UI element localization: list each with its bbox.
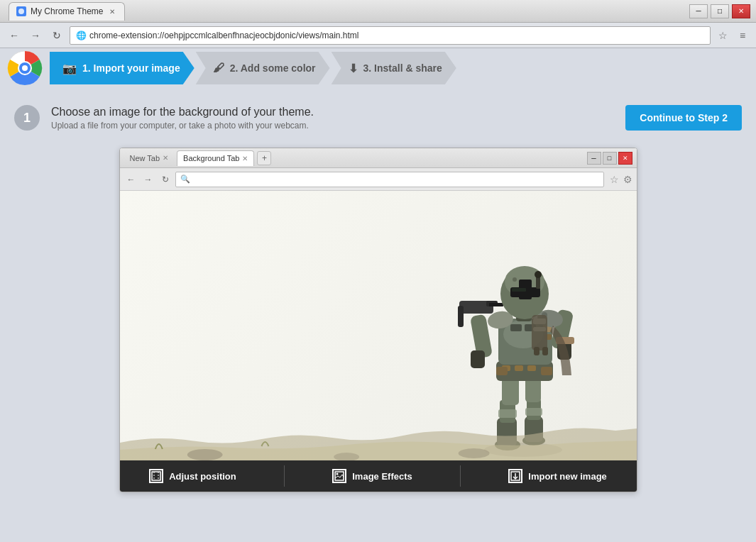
preview-tab-bg-label: Background Tab [183, 154, 239, 162]
svg-rect-31 [471, 350, 485, 368]
reload-button[interactable]: ↻ [48, 27, 65, 44]
main-content: 📷 1. Import your image 🖌 2. Add some col… [0, 48, 756, 542]
outer-window: My Chrome Theme ✕ ─ □ ✕ ← → ↻ 🌐 chrome-e… [0, 0, 756, 542]
tab-favicon [16, 6, 26, 16]
preview-address-input[interactable]: 🔍 [175, 172, 604, 187]
preview-tools-icon[interactable]: ⚙ [623, 174, 632, 185]
svg-point-54 [187, 449, 222, 460]
image-effects-label: Image Effects [352, 471, 412, 482]
preview-star-icon[interactable]: ☆ [610, 174, 619, 185]
svg-rect-57 [152, 472, 160, 480]
step-3-icon: ⬇ [349, 62, 358, 75]
tab-label: My Chrome Theme [31, 6, 103, 16]
maximize-btn[interactable]: □ [711, 4, 729, 18]
minimize-btn[interactable]: ─ [689, 4, 708, 18]
preview-forward-icon[interactable]: → [141, 172, 155, 187]
svg-point-56 [458, 448, 489, 458]
page-icon: 🌐 [76, 31, 87, 40]
step-navigation: 📷 1. Import your image 🖌 2. Add some col… [50, 48, 456, 88]
import-new-image-button[interactable]: Import new image [497, 465, 618, 487]
svg-rect-28 [458, 306, 464, 327]
step-title: Choose an image for the background of yo… [51, 106, 614, 118]
step-2-icon: 🖌 [213, 62, 224, 74]
svg-rect-43 [512, 288, 526, 292]
step-badge: 1 [14, 105, 40, 131]
info-row: 1 Choose an image for the background of … [14, 99, 742, 136]
address-bar: ← → ↻ 🌐 chrome-extension://oehpjpccmlcal… [0, 23, 756, 48]
preview-win-controls: ─ □ ✕ [587, 152, 632, 165]
preview-reload-icon[interactable]: ↻ [158, 172, 172, 187]
import-new-image-icon [508, 469, 522, 483]
tab-close-btn[interactable]: ✕ [107, 6, 117, 16]
svg-point-61 [336, 473, 339, 475]
step-3-label: 3. Install & share [363, 62, 442, 74]
preview-search-icon: 🔍 [180, 175, 190, 184]
svg-point-4 [22, 65, 28, 71]
preview-minimize-btn[interactable]: ─ [587, 152, 601, 165]
step-1-icon: 📷 [62, 62, 77, 75]
preview-close-btn[interactable]: ✕ [618, 152, 632, 165]
preview-maximize-btn[interactable]: □ [603, 152, 617, 165]
forward-button[interactable]: → [27, 27, 44, 44]
svg-rect-50 [534, 347, 539, 355]
image-effects-button[interactable]: Image Effects [321, 465, 424, 487]
svg-rect-30 [489, 303, 503, 306]
preview-tab-new-close[interactable]: ✕ [163, 154, 168, 162]
step-1-item[interactable]: 📷 1. Import your image [50, 52, 195, 84]
tab-area: My Chrome Theme ✕ [9, 2, 689, 21]
adjust-position-icon [149, 469, 163, 483]
step-2-item[interactable]: 🖌 2. Add some color [196, 52, 330, 84]
svg-rect-19 [527, 365, 536, 371]
svg-point-0 [18, 9, 24, 14]
svg-rect-49 [533, 327, 546, 331]
address-input-container[interactable]: 🌐 chrome-extension://oehpjpccmlcalbenfhn… [70, 26, 711, 45]
import-new-image-label: Import new image [528, 471, 607, 482]
back-button[interactable]: ← [6, 27, 23, 44]
step-2-label: 2. Add some color [230, 62, 316, 74]
image-effects-icon [332, 469, 346, 483]
svg-rect-12 [498, 409, 517, 418]
svg-rect-13 [525, 408, 542, 416]
browser-tab[interactable]: My Chrome Theme ✕ [9, 2, 125, 21]
step-1-label: 1. Import your image [82, 62, 180, 74]
preview-new-tab-btn[interactable]: + [257, 151, 271, 165]
preview-addressbar: ← → ↻ 🔍 ☆ ⚙ [120, 168, 637, 191]
preview-tab-bg[interactable]: Background Tab ✕ [177, 150, 254, 166]
preview-tab-new-label: New Tab [130, 154, 160, 162]
window-controls: ─ □ ✕ [689, 4, 750, 18]
svg-point-46 [513, 277, 517, 282]
close-window-btn[interactable]: ✕ [732, 4, 750, 18]
svg-rect-53 [541, 367, 552, 375]
chrome-menu-icon[interactable]: ≡ [735, 28, 750, 43]
bookmark-star-icon[interactable]: ☆ [715, 28, 730, 43]
step-3-item[interactable]: ⬇ 3. Install & share [332, 52, 456, 84]
preview-content [120, 191, 637, 460]
preview-tab-new[interactable]: New Tab ✕ [124, 150, 175, 166]
svg-rect-48 [533, 319, 546, 324]
preview-toolbar: Adjust position Image Effects [120, 460, 637, 492]
svg-point-45 [535, 271, 542, 278]
adjust-position-label: Adjust position [169, 471, 236, 482]
title-bar: My Chrome Theme ✕ ─ □ ✕ [0, 0, 756, 23]
svg-rect-18 [515, 365, 523, 371]
svg-rect-22 [510, 324, 522, 331]
adjust-position-button[interactable]: Adjust position [138, 465, 248, 487]
toolbar-divider-2 [460, 465, 461, 487]
chrome-logo [7, 50, 43, 86]
content-area: 1 Choose an image for the background of … [0, 88, 756, 542]
step-description: Choose an image for the background of yo… [51, 106, 614, 131]
step-header: 📷 1. Import your image 🖌 2. Add some col… [0, 48, 756, 88]
preview-titlebar: New Tab ✕ Background Tab ✕ + ─ □ ✕ [120, 148, 637, 168]
svg-rect-51 [542, 347, 548, 355]
step-subtitle: Upload a file from your computer, or tak… [51, 121, 614, 131]
svg-rect-60 [335, 472, 344, 480]
continue-button[interactable]: Continue to Step 2 [625, 105, 742, 131]
toolbar-divider-1 [284, 465, 285, 487]
preview-back-icon[interactable]: ← [124, 172, 138, 187]
preview-window: New Tab ✕ Background Tab ✕ + ─ □ ✕ [119, 148, 637, 492]
ground-area [120, 418, 637, 460]
svg-rect-52 [496, 367, 508, 375]
url-text: chrome-extension://oehpjpccmlcalbenfhnac… [89, 31, 704, 40]
preview-tab-bg-close[interactable]: ✕ [242, 155, 248, 162]
